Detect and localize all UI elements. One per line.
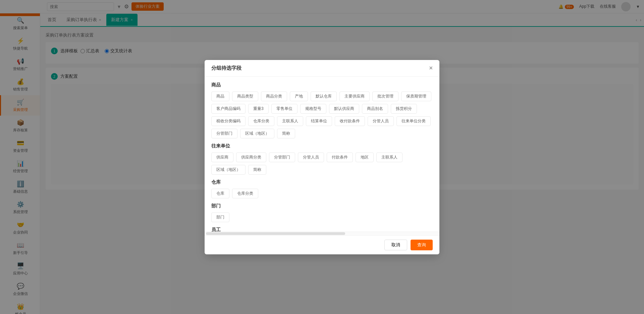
modal-close-btn[interactable]: × [429,65,433,72]
field-tag-0-0[interactable]: 商品 [211,91,229,101]
field-tag-1-6[interactable]: 主联系人 [376,152,402,162]
field-tag-0-10[interactable]: 零售单位 [271,104,298,114]
cancel-button[interactable]: 取消 [384,240,407,250]
field-tag-0-2[interactable]: 商品分类 [261,91,287,101]
field-tag-0-5[interactable]: 主要供应商 [339,91,370,101]
field-tag-0-11[interactable]: 规格型号 [300,104,326,114]
modal-header: 分组待选字段 × [205,60,439,77]
group-title-2: 仓库 [211,179,433,185]
field-tag-1-2[interactable]: 分管部门 [269,152,295,162]
field-tag-0-7[interactable]: 保质期管理 [401,91,431,101]
field-tag-1-8[interactable]: 简称 [248,165,266,175]
group-fields-3: 部门 [211,212,433,222]
field-tag-0-3[interactable]: 产地 [290,91,308,101]
field-tag-0-23[interactable]: 区域（地区） [240,129,274,138]
group-fields-2: 仓库仓库分类 [211,189,433,198]
group-fields-0: 商品商品类型商品分类产地默认仓库主要供应商批次管理保质期管理客户商品编码重量3零… [211,91,433,138]
field-tag-0-8[interactable]: 客户商品编码 [211,104,246,114]
field-tag-0-21[interactable]: 往来单位分类 [396,116,431,126]
field-tag-0-20[interactable]: 分管人员 [368,116,394,126]
modal-overlay: 分组待选字段 × 商品商品商品类型商品分类产地默认仓库主要供应商批次管理保质期管… [0,0,644,314]
field-tag-1-3[interactable]: 分管人员 [298,152,324,162]
field-tag-1-5[interactable]: 地区 [356,152,374,162]
modal-title: 分组待选字段 [211,65,241,71]
group-title-3: 部门 [211,203,433,209]
modal: 分组待选字段 × 商品商品商品类型商品分类产地默认仓库主要供应商批次管理保质期管… [205,60,439,254]
field-tag-1-7[interactable]: 区域（地区） [211,165,246,175]
field-tag-0-12[interactable]: 默认供应商 [329,104,359,114]
modal-hscroll-thumb [206,232,345,235]
field-tag-0-24[interactable]: 简称 [277,129,295,138]
confirm-button[interactable]: 查询 [411,240,433,250]
field-tag-0-15[interactable]: 税收分类编码 [211,116,246,126]
field-tag-1-1[interactable]: 供应商分类 [236,152,266,162]
field-tag-0-4[interactable]: 默认仓库 [311,91,337,101]
field-tag-2-0[interactable]: 仓库 [211,189,229,198]
modal-hscrollbar[interactable] [205,232,439,235]
field-tag-2-1[interactable]: 仓库分类 [232,189,258,198]
modal-body: 商品商品商品类型商品分类产地默认仓库主要供应商批次管理保质期管理客户商品编码重量… [205,77,439,232]
field-tag-0-13[interactable]: 商品别名 [362,104,388,114]
field-tag-0-18[interactable]: 结算单位 [306,116,332,126]
group-title-1: 往来单位 [211,143,433,149]
field-tag-0-17[interactable]: 主联系人 [277,116,303,126]
field-tag-0-22[interactable]: 分管部门 [211,129,237,138]
group-title-4: 员工 [211,227,433,232]
field-tag-1-4[interactable]: 付款条件 [327,152,353,162]
group-title-0: 商品 [211,82,433,88]
field-tag-3-0[interactable]: 部门 [211,212,229,222]
field-tag-1-0[interactable]: 供应商 [211,152,233,162]
field-tag-0-9[interactable]: 重量3 [248,104,269,114]
modal-footer: 取消 查询 [205,235,439,254]
field-tag-0-6[interactable]: 批次管理 [372,91,398,101]
field-tag-0-1[interactable]: 商品类型 [232,91,258,101]
group-fields-1: 供应商供应商分类分管部门分管人员付款条件地区主联系人区域（地区）简称 [211,152,433,175]
field-tag-0-14[interactable]: 拣货积分 [391,104,417,114]
field-tag-0-16[interactable]: 仓库分类 [248,116,274,126]
field-tag-0-19[interactable]: 收付款条件 [335,116,365,126]
